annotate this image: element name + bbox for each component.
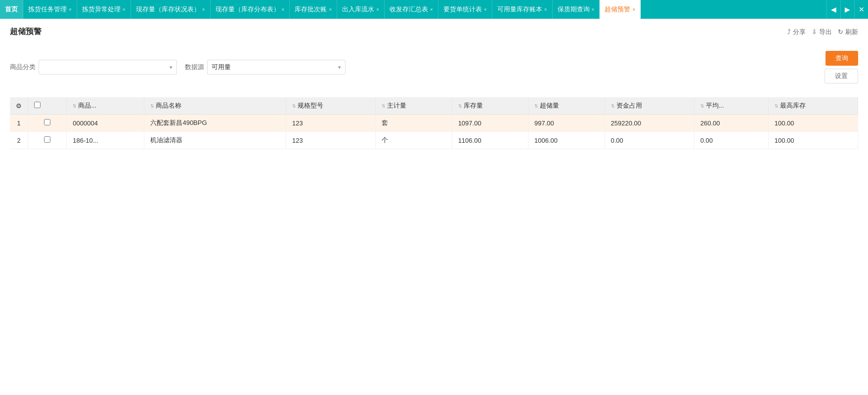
product-name-1: 机油滤清器 (144, 132, 286, 149)
filter-buttons: 查询 设置 (825, 51, 858, 83)
avg-1: 0.00 (694, 132, 768, 149)
settings-button[interactable]: 设置 (825, 69, 858, 83)
datasource-value: 可用量 (212, 63, 231, 72)
stock-header: ⇅库存量 (452, 97, 528, 115)
refresh-button[interactable]: ↻ 刷新 (838, 28, 858, 37)
tab-label-0: 拣货任务管理 (28, 5, 67, 14)
main-content: 超储预警 ⤴ 分享 ⇩ 导出 ↻ 刷新 商品分类 ▾ 数据源 (0, 19, 868, 395)
nav-tab-0[interactable]: 拣货任务管理× (23, 0, 77, 19)
max-stock-header: ⇅最高库存 (768, 97, 858, 115)
datasource-select[interactable]: 可用量 ▾ (207, 60, 346, 75)
tab-label-5: 出入库流水 (342, 5, 374, 14)
avg-header: ⇅平均... (694, 97, 768, 115)
datasource-filter: 数据源 可用量 ▾ (185, 60, 346, 75)
chevron-down-icon: ▾ (170, 64, 173, 71)
tab-close-4[interactable]: × (329, 7, 332, 12)
page-header: 超储预警 ⤴ 分享 ⇩ 导出 ↻ 刷新 (10, 27, 858, 37)
tab-close-3[interactable]: × (282, 7, 285, 12)
spec-1: 123 (286, 132, 375, 149)
tab-label-1: 拣货异常处理 (82, 5, 121, 14)
nav-tab-4[interactable]: 库存批次账× (290, 0, 337, 19)
tab-label-2: 现存量（库存状况表） (136, 5, 200, 14)
tab-label-9: 保质期查询 (558, 5, 590, 14)
unit-0: 套 (376, 115, 452, 132)
tab-close-9[interactable]: × (592, 7, 595, 12)
tab-close-8[interactable]: × (544, 7, 547, 12)
tab-label-3: 现存量（库存分布表） (216, 5, 280, 14)
product-code-header: ⇅商品... (67, 97, 144, 115)
table-row: 1 0000004 六配套新昌490BPG 123 套 1097.00 997.… (10, 115, 858, 132)
nav-tab-5[interactable]: 出入库流水× (337, 0, 385, 19)
tab-close-5[interactable]: × (376, 7, 379, 12)
nav-tab-7[interactable]: 要货单统计表× (438, 0, 492, 19)
unit-header: ⇅主计量 (376, 97, 452, 115)
category-label: 商品分类 (10, 63, 36, 72)
capital-1: 0.00 (605, 132, 694, 149)
table-body: 1 0000004 六配套新昌490BPG 123 套 1097.00 997.… (10, 115, 858, 149)
product-code-1: 186-10... (67, 132, 144, 149)
tab-label-8: 可用量库存账本 (497, 5, 542, 14)
top-navigation: 首页 拣货任务管理×拣货异常处理×现存量（库存状况表）×现存量（库存分布表）×库… (0, 0, 868, 19)
tab-label-6: 收发存汇总表 (390, 5, 428, 14)
settings-icon[interactable]: ⚙ (16, 102, 22, 110)
capital-header: ⇅资金占用 (605, 97, 694, 115)
nav-tab-3[interactable]: 现存量（库存分布表）× (211, 0, 290, 19)
capital-0: 259220.00 (605, 115, 694, 132)
nav-tab-10[interactable]: 超储预警× (600, 0, 641, 19)
datasource-label: 数据源 (185, 63, 204, 72)
nav-prev-button[interactable]: ◀ (826, 0, 840, 19)
table-header: ⚙ ⇅商品... ⇅商品名称 ⇅规格型号 ⇅主计量 ⇅库存量 ⇅超储量 ⇅资金占… (10, 97, 858, 115)
spec-header: ⇅规格型号 (286, 97, 375, 115)
nav-tab-6[interactable]: 收发存汇总表× (385, 0, 438, 19)
avg-0: 260.00 (694, 115, 768, 132)
product-name-header: ⇅商品名称 (144, 97, 286, 115)
nav-arrows: ◀ ▶ ✕ (826, 0, 868, 19)
nav-tab-8[interactable]: 可用量库存账本× (492, 0, 553, 19)
select-all-checkbox[interactable] (34, 102, 41, 108)
category-filter: 商品分类 ▾ (10, 60, 177, 75)
product-name-0: 六配套新昌490BPG (144, 115, 286, 132)
settings-col-header: ⚙ (10, 97, 28, 115)
spec-0: 123 (286, 115, 375, 132)
nav-tab-9[interactable]: 保质期查询× (553, 0, 600, 19)
tab-close-2[interactable]: × (202, 7, 205, 12)
row-checkbox-0[interactable] (28, 115, 67, 132)
filter-row: 商品分类 ▾ 数据源 可用量 ▾ 查询 设置 (10, 45, 858, 89)
tab-close-1[interactable]: × (123, 7, 126, 12)
page-title: 超储预警 (10, 27, 42, 37)
checkbox-col-header (28, 97, 67, 115)
row-num-0: 1 (10, 115, 28, 132)
tab-label-10: 超储预警 (605, 5, 630, 14)
tab-label-4: 库存批次账 (295, 5, 327, 14)
share-icon: ⤴ (787, 28, 791, 36)
row-checkbox-1[interactable] (28, 132, 67, 149)
stock-1: 1106.00 (452, 132, 528, 149)
data-table: ⚙ ⇅商品... ⇅商品名称 ⇅规格型号 ⇅主计量 ⇅库存量 ⇅超储量 ⇅资金占… (10, 97, 858, 149)
over-stock-0: 997.00 (528, 115, 605, 132)
tab-close-6[interactable]: × (430, 7, 433, 12)
export-button[interactable]: ⇩ 导出 (812, 28, 832, 37)
max-stock-0: 100.00 (768, 115, 858, 132)
nav-tab-2[interactable]: 现存量（库存状况表）× (131, 0, 211, 19)
unit-1: 个 (376, 132, 452, 149)
nav-close-button[interactable]: ✕ (854, 0, 868, 19)
nav-home[interactable]: 首页 (0, 0, 23, 19)
row-num-1: 2 (10, 132, 28, 149)
tab-close-10[interactable]: × (632, 7, 635, 12)
export-icon: ⇩ (812, 28, 817, 36)
header-actions: ⤴ 分享 ⇩ 导出 ↻ 刷新 (787, 28, 858, 37)
query-button[interactable]: 查询 (825, 51, 858, 66)
nav-tab-1[interactable]: 拣货异常处理× (77, 0, 131, 19)
share-button[interactable]: ⤴ 分享 (787, 28, 806, 37)
chevron-down-icon: ▾ (338, 64, 341, 71)
over-stock-header: ⇅超储量 (528, 97, 605, 115)
tab-label-7: 要货单统计表 (443, 5, 482, 14)
refresh-icon: ↻ (838, 28, 843, 36)
nav-next-button[interactable]: ▶ (840, 0, 854, 19)
tab-close-0[interactable]: × (69, 7, 72, 12)
category-select[interactable]: ▾ (39, 60, 177, 75)
product-code-0: 0000004 (67, 115, 144, 132)
max-stock-1: 100.00 (768, 132, 858, 149)
table-row: 2 186-10... 机油滤清器 123 个 1106.00 1006.00 … (10, 132, 858, 149)
tab-close-7[interactable]: × (484, 7, 487, 12)
